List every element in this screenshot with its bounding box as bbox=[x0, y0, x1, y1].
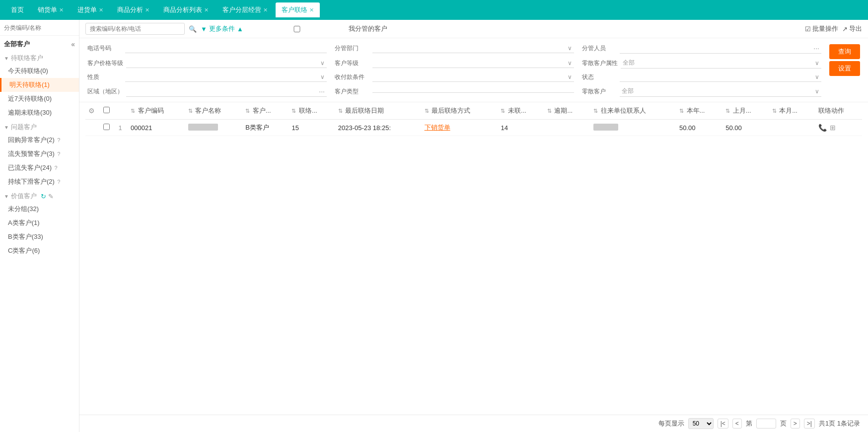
nav-analysis[interactable]: 商品分析 ✕ bbox=[111, 2, 155, 17]
col-unit-contact: ⇅ 往来单位联系人 bbox=[590, 102, 676, 120]
sidebar-item-today[interactable]: 今天待联络(0) bbox=[0, 64, 79, 78]
last-method-link[interactable]: 下销货单 bbox=[425, 124, 450, 131]
sidebar-item-week7[interactable]: 近7天待联络(0) bbox=[0, 92, 79, 106]
prev-page-btn[interactable]: < bbox=[732, 419, 742, 429]
dept-select[interactable]: ∨ bbox=[372, 44, 574, 53]
status-chevron-icon: ∨ bbox=[815, 73, 819, 80]
nav-customer-tier[interactable]: 客户分层经营 ✕ bbox=[217, 2, 274, 17]
region-input-wrap[interactable]: ··· bbox=[126, 86, 327, 97]
group-value-label[interactable]: ▼ 价值客户 ↻ ✎ bbox=[0, 189, 79, 202]
close-customer-tier-icon[interactable]: ✕ bbox=[263, 7, 268, 13]
customer-grade-select[interactable]: ∨ bbox=[372, 59, 574, 68]
export-btn[interactable]: ↗ 导出 bbox=[842, 24, 862, 33]
sidebar-item-c-class[interactable]: C类客户(6) bbox=[0, 244, 79, 258]
close-analysis-list-icon[interactable]: ✕ bbox=[204, 7, 209, 13]
nav-home[interactable]: 首页 bbox=[5, 2, 30, 17]
payment-select[interactable]: ∨ bbox=[372, 72, 574, 82]
col-type: ⇅ 客户... bbox=[242, 102, 289, 120]
col-this-month: ⇅ 本月... bbox=[769, 102, 815, 120]
sidebar-item-ungrouped[interactable]: 未分组(32) bbox=[0, 202, 79, 216]
status-select[interactable]: ∨ bbox=[620, 72, 821, 82]
cell-last-month: 50.00 bbox=[723, 120, 769, 136]
person-dots-icon[interactable]: ··· bbox=[813, 44, 819, 52]
retail-attr-select[interactable]: 全部 ∨ bbox=[621, 58, 821, 69]
value-refresh-icon[interactable]: ↻ bbox=[41, 193, 46, 200]
filter-bar: 🔍 ▼ 更多条件 ▲ 我分管的客户 ☑ 批量操作 ↗ 导出 bbox=[79, 20, 868, 38]
customer-table: ⚙ ⇅ 客户编码 ⇅ 客户名称 bbox=[85, 102, 862, 136]
phone-input[interactable] bbox=[127, 45, 325, 52]
sidebar-item-repurchase[interactable]: 回购异常客户(2) ? bbox=[0, 133, 79, 147]
retail-customer-label: 零散客户 bbox=[582, 87, 617, 96]
my-customers-checkbox[interactable]: 我分管的客户 bbox=[247, 24, 387, 33]
col-last-date-sort-icon: ⇅ bbox=[338, 108, 343, 114]
group-problem-label[interactable]: ▼ 问题客户 bbox=[0, 120, 79, 133]
sidebar-search-input[interactable] bbox=[4, 24, 78, 31]
nav-customer-contact[interactable]: 客户联络 ✕ bbox=[276, 2, 320, 17]
filter-row-1: 电话号码 分管部门 ∨ bbox=[87, 43, 821, 54]
sidebar-collapse-icon[interactable]: « bbox=[71, 40, 75, 48]
settings-gear-icon[interactable]: ⚙ bbox=[88, 107, 95, 115]
col-overdue: ⇅ 逾期... bbox=[544, 102, 590, 120]
set-button[interactable]: 设置 bbox=[829, 61, 860, 76]
repurchase-help-icon: ? bbox=[57, 137, 60, 143]
nav-analysis-list[interactable]: 商品分析列表 ✕ bbox=[157, 2, 215, 17]
status-label: 状态 bbox=[582, 73, 617, 81]
value-grade-select[interactable]: ∨ bbox=[126, 59, 327, 68]
cell-contacts: 15 bbox=[289, 120, 335, 136]
search-icon[interactable]: 🔍 bbox=[189, 25, 197, 33]
filter-retail-customer-group: 零散客户 全部 ∨ bbox=[582, 86, 821, 97]
cell-name bbox=[185, 120, 243, 136]
customer-type-select[interactable] bbox=[372, 90, 574, 93]
action-grid-icon[interactable]: ⊞ bbox=[830, 124, 836, 132]
next-page-btn[interactable]: > bbox=[791, 419, 800, 429]
pagination-bar: 每页显示 50 10 20 100 |< < 第 1 页 > >| 共1页 1条… bbox=[79, 415, 868, 432]
last-page-btn[interactable]: >| bbox=[804, 419, 815, 429]
select-all-checkbox[interactable] bbox=[103, 107, 110, 113]
person-input-wrap[interactable]: ··· bbox=[620, 43, 821, 54]
close-customer-contact-icon[interactable]: ✕ bbox=[309, 7, 314, 13]
sidebar-item-lost[interactable]: 流失预警客户(3) ? bbox=[0, 147, 79, 161]
search-input[interactable] bbox=[85, 23, 185, 35]
value-edit-icon[interactable]: ✎ bbox=[48, 193, 54, 200]
nature-select[interactable]: ∨ bbox=[125, 72, 327, 82]
query-buttons: 查询 设置 bbox=[821, 43, 860, 97]
sidebar-item-a-class[interactable]: A类客户(1) bbox=[0, 216, 79, 230]
my-customers-check[interactable] bbox=[247, 26, 347, 32]
table-area: ⚙ ⇅ 客户编码 ⇅ 客户名称 bbox=[79, 102, 868, 415]
region-dots-icon[interactable]: ··· bbox=[319, 87, 325, 95]
nav-sales[interactable]: 销货单 ✕ bbox=[32, 2, 70, 17]
more-conditions-btn[interactable]: ▼ 更多条件 ▲ bbox=[201, 24, 243, 33]
first-page-btn[interactable]: |< bbox=[718, 419, 728, 429]
sidebar-item-declining[interactable]: 持续下滑客户(2) ? bbox=[0, 175, 79, 189]
all-customers-header[interactable]: 全部客户 « bbox=[0, 36, 79, 51]
query-button[interactable]: 查询 bbox=[829, 44, 860, 59]
value-grade-label: 客户价格等级 bbox=[87, 59, 123, 68]
col-this-year: ⇅ 本年... bbox=[676, 102, 723, 120]
close-sales-icon[interactable]: ✕ bbox=[59, 7, 64, 13]
nav-purchase[interactable]: 进货单 ✕ bbox=[72, 2, 109, 17]
phone-input-wrap[interactable] bbox=[125, 44, 327, 53]
close-purchase-icon[interactable]: ✕ bbox=[99, 7, 103, 13]
group-pending-label[interactable]: ▼ 待联络客户 bbox=[0, 51, 79, 64]
per-page-select[interactable]: 50 10 20 100 bbox=[688, 418, 714, 429]
region-label: 区域（地区） bbox=[87, 87, 123, 96]
batch-operation-btn[interactable]: ☑ 批量操作 bbox=[805, 24, 838, 33]
sidebar-item-tomorrow[interactable]: 明天待联络(1) bbox=[0, 78, 79, 92]
close-analysis-icon[interactable]: ✕ bbox=[145, 7, 149, 13]
filter-icon: ▼ bbox=[201, 25, 207, 33]
per-page-label: 每页显示 bbox=[658, 419, 684, 428]
phone-label: 电话号码 bbox=[87, 44, 122, 53]
col-name: ⇅ 客户名称 bbox=[185, 102, 243, 120]
filter-customer-type-group: 客户类型 bbox=[335, 87, 574, 96]
page-input[interactable]: 1 bbox=[756, 419, 776, 429]
filter-actions: ☑ 批量操作 ↗ 导出 bbox=[805, 24, 862, 33]
sidebar-item-overdue[interactable]: 逾期未联络(30) bbox=[0, 106, 79, 120]
filter-nature-group: 性质 ∨ bbox=[87, 72, 327, 82]
sidebar-item-b-class[interactable]: B类客户(33) bbox=[0, 230, 79, 244]
all-customers-label: 全部客户 bbox=[4, 40, 30, 49]
row-checkbox[interactable] bbox=[103, 124, 110, 130]
retail-customer-select[interactable]: 全部 ∨ bbox=[620, 86, 821, 97]
sidebar-item-churned[interactable]: 已流失客户(24) ? bbox=[0, 161, 79, 175]
action-phone-icon[interactable]: 📞 bbox=[818, 124, 827, 132]
customer-type-label: 客户类型 bbox=[335, 87, 369, 96]
